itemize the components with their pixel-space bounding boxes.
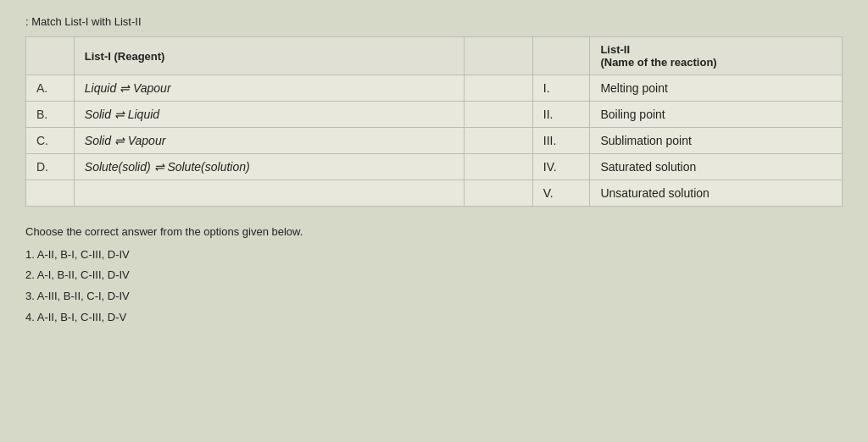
row-spacer (464, 102, 532, 128)
header-list2: List-II(Name of the reaction) (590, 37, 843, 75)
table-row: D.Solute(solid) ⇌ Solute(solution)IV.Sat… (26, 154, 843, 180)
table-row: V.Unsaturated solution (26, 180, 843, 207)
row-roman: II. (532, 102, 590, 128)
header-empty (26, 37, 75, 75)
header-roman (532, 37, 590, 75)
match-table: List-I (Reagent) List-II(Name of the rea… (25, 36, 843, 207)
answers-section: Choose the correct answer from the optio… (25, 222, 843, 328)
option-item[interactable]: 1. A-II, B-I, C-III, D-IV (25, 245, 843, 266)
row-list2: Sublimation point (590, 128, 843, 154)
row-label (26, 180, 75, 207)
row-roman: III. (532, 128, 590, 154)
row-spacer (464, 180, 532, 207)
row-label: B. (26, 102, 75, 128)
row-label: A. (26, 75, 75, 102)
row-list2: Saturated solution (590, 154, 843, 180)
row-spacer (464, 154, 532, 180)
row-roman: I. (532, 75, 590, 102)
row-list1: Liquid ⇌ Vapour (74, 75, 464, 102)
row-roman: IV. (532, 154, 590, 180)
header-list1: List-I (Reagent) (74, 37, 464, 75)
table-header-row: List-I (Reagent) List-II(Name of the rea… (26, 37, 843, 75)
row-list1: Solid ⇌ Liquid (74, 102, 464, 128)
row-spacer (464, 128, 532, 154)
row-label: C. (26, 128, 75, 154)
row-list2: Unsaturated solution (590, 180, 843, 207)
table-row: A.Liquid ⇌ VapourI.Melting point (26, 75, 843, 102)
row-list1: Solid ⇌ Vapour (74, 128, 464, 154)
row-list2: Boiling point (590, 102, 843, 128)
question-label: : Match List-I with List-II (25, 15, 843, 28)
choose-label: Choose the correct answer from the optio… (25, 222, 843, 243)
header-spacer (464, 37, 532, 75)
row-list1: Solute(solid) ⇌ Solute(solution) (74, 154, 464, 180)
row-spacer (464, 75, 532, 102)
row-roman: V. (532, 180, 590, 207)
row-list1 (74, 180, 464, 207)
option-item[interactable]: 4. A-II, B-I, C-III, D-V (25, 307, 843, 329)
table-row: B.Solid ⇌ LiquidII.Boiling point (26, 102, 843, 128)
table-row: C.Solid ⇌ VapourIII.Sublimation point (26, 128, 843, 154)
option-item[interactable]: 3. A-III, B-II, C-I, D-IV (25, 286, 843, 307)
row-list2: Melting point (590, 75, 843, 102)
row-label: D. (26, 154, 75, 180)
option-item[interactable]: 2. A-I, B-II, C-III, D-IV (25, 265, 843, 286)
